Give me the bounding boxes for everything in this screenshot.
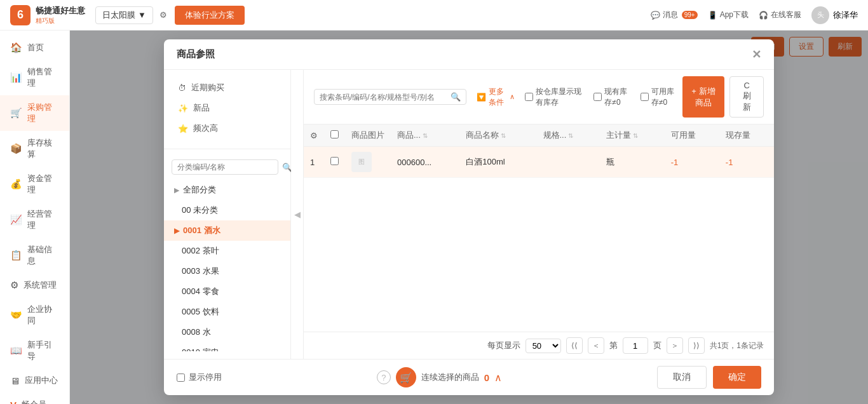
category-item-0001[interactable]: ▶ 0001 酒水 (164, 220, 290, 241)
cancel-button[interactable]: 取消 (657, 366, 707, 389)
show-disabled-input[interactable] (177, 374, 185, 382)
quick-item-new[interactable]: ✨ 新品 (172, 98, 283, 118)
quick-item-frequent[interactable]: ⭐ 频次高 (172, 118, 283, 138)
product-search-wrap: 🔍 (314, 89, 466, 105)
more-filter-button[interactable]: 🔽 更多条件 ∧ (471, 84, 520, 111)
sidebar-item-enterprise[interactable]: 🤝 企业协同 (0, 297, 69, 333)
content-area: 查询 设置 刷新 商品参照 ✕ ⏱ (70, 30, 868, 404)
message-badge: 99+ (682, 11, 698, 19)
sidebar-item-inventory[interactable]: 📦 库存核算 (0, 131, 69, 166)
table-row[interactable]: 1 图 000600... 白酒100ml 瓶 (304, 147, 774, 178)
quick-item-recent[interactable]: ⏱ 近期购买 (172, 77, 283, 98)
category-item-0010[interactable]: 0010 家电 (164, 342, 290, 351)
top-header: 6 畅捷通好生意 精巧版 日太阳膜 ▼ ⚙ 体验行业方案 💬 消息 99+ 📱 … (0, 0, 868, 30)
service-label: 在线客服 (771, 10, 801, 20)
continuous-label: 连续选择的商品 (421, 372, 479, 383)
product-search-icon[interactable]: 🔍 (451, 92, 461, 102)
category-item-all[interactable]: ▶ 全部分类 (164, 180, 290, 200)
confirm-button[interactable]: 确定 (713, 366, 761, 389)
trial-button[interactable]: 体验行业方案 (175, 6, 245, 25)
logo-text: 畅捷通好生意 精巧版 (36, 5, 85, 25)
pagination-bar: 每页显示 50 100 200 ⟨⟨ ＜ 第 页 ＞ (304, 332, 774, 359)
sidebar-item-apps[interactable]: 🖥 应用中心 (0, 368, 69, 393)
cell-available: -1 (665, 147, 719, 178)
category-item-0002[interactable]: 0002 茶叶 (164, 241, 290, 261)
th-stock[interactable]: 现存量 (719, 125, 774, 147)
recent-label: 近期购买 (191, 82, 224, 93)
product-search-input[interactable] (320, 93, 447, 102)
user-area[interactable]: 头 徐泽华 (811, 6, 858, 24)
store-selector[interactable]: 日太阳膜 ▼ (95, 6, 153, 24)
sidebar-item-basic[interactable]: 📋 基础信息 (0, 238, 69, 273)
select-all-checkbox[interactable] (330, 130, 339, 138)
cell-checkbox[interactable] (324, 147, 345, 178)
sidebar-item-guide[interactable]: 📖 新手引导 (0, 333, 69, 368)
sidebar-label-guide: 新手引导 (27, 339, 59, 362)
first-page-button[interactable]: ⟨⟨ (566, 337, 583, 354)
cell-stock: -1 (719, 147, 774, 178)
product-image: 图 (351, 152, 372, 172)
th-code[interactable]: 商品... ⇅ (391, 125, 459, 147)
sidebar-item-purchase[interactable]: 🛒 采购管理 (0, 95, 69, 131)
th-available[interactable]: 可用量 (665, 125, 719, 147)
app-download-item[interactable]: 📱 App下载 (708, 10, 749, 20)
cart-icon: 🛒 (396, 367, 416, 387)
sidebar-item-sales[interactable]: 📊 销售管理 (0, 60, 69, 95)
sort-icon-name: ⇅ (501, 132, 506, 139)
message-icon: 💬 (651, 11, 660, 20)
last-page-button[interactable]: ⟩⟩ (688, 337, 705, 354)
sidebar-item-vip[interactable]: V 畅会员 (0, 393, 69, 404)
checkbox-warehouse-input[interactable] (525, 93, 533, 101)
modal-left-panel: ⏱ 近期购买 ✨ 新品 ⭐ 频次高 (164, 70, 291, 359)
sidebar-item-finance[interactable]: 💰 资金管理 (0, 166, 69, 202)
add-product-button[interactable]: + 新增商品 (682, 76, 725, 118)
category-item-00[interactable]: 00 未分类 (164, 200, 290, 220)
collapse-toggle[interactable]: ◀ (291, 70, 304, 359)
page-size-label: 每页显示 (487, 340, 520, 351)
category-item-0008[interactable]: 0008 水 (164, 322, 290, 342)
next-page-button[interactable]: ＞ (667, 337, 683, 354)
sidebar-item-operation[interactable]: 📈 经营管理 (0, 202, 69, 238)
sidebar-label-basic: 基础信息 (27, 244, 59, 267)
sidebar-item-system[interactable]: ⚙ 系统管理 (0, 273, 69, 297)
category-item-0004[interactable]: 0004 零食 (164, 281, 290, 302)
th-name[interactable]: 商品名称 ⇅ (459, 125, 536, 147)
th-available-label: 可用量 (671, 130, 696, 141)
checkbox-available-nonzero[interactable]: 可用库存≠0 (641, 86, 677, 108)
message-item[interactable]: 💬 消息 99+ (651, 10, 698, 20)
page-size-select[interactable]: 50 100 200 (526, 339, 561, 353)
cell-code: 000600... (391, 147, 459, 178)
sidebar-item-home[interactable]: 🏠 首页 (0, 36, 69, 60)
checkbox-stock-nonzero[interactable]: 现有库存≠0 (593, 86, 630, 108)
service-item[interactable]: 🎧 在线客服 (759, 10, 801, 20)
th-unit[interactable]: 主计量 ⇅ (600, 125, 665, 147)
new-label: 新品 (193, 102, 210, 114)
th-checkbox[interactable] (324, 125, 345, 147)
frequent-icon: ⭐ (178, 124, 188, 133)
th-spec[interactable]: 规格... ⇅ (537, 125, 600, 147)
checkbox-warehouse[interactable]: 按仓库显示现有库存 (525, 86, 583, 108)
product-table-wrap: ⚙ 商品图片 商品... ⇅ (304, 125, 774, 332)
row-checkbox[interactable] (330, 157, 339, 165)
footer-center: ? 🛒 连续选择的商品 0 ∧ (377, 367, 502, 387)
category-search-input[interactable] (172, 159, 278, 175)
th-gear[interactable]: ⚙ (304, 125, 324, 147)
system-icon: ⚙ (10, 279, 18, 291)
page-number-input[interactable] (623, 337, 648, 354)
show-disabled-checkbox[interactable]: 显示停用 (177, 372, 222, 383)
cell-num: 1 (304, 147, 324, 178)
category-item-0003[interactable]: 0003 水果 (164, 261, 290, 281)
checkbox-available-input[interactable] (641, 93, 649, 101)
settings-icon[interactable]: ⚙ (159, 10, 167, 20)
collapse-up-button[interactable]: ∧ (494, 372, 502, 384)
modal-actions: + 新增商品 C 刷新 (682, 76, 764, 118)
refresh-button[interactable]: C 刷新 (729, 76, 764, 118)
page-label: 第 (609, 340, 618, 351)
prev-page-button[interactable]: ＜ (588, 337, 604, 354)
modal-close-button[interactable]: ✕ (752, 49, 761, 60)
checkbox-stock-input[interactable] (593, 93, 602, 101)
help-icon[interactable]: ? (377, 370, 391, 384)
sidebar-label-operation: 经营管理 (27, 208, 59, 231)
page-label-end: 页 (653, 340, 661, 351)
category-item-0005[interactable]: 0005 饮料 (164, 302, 290, 322)
